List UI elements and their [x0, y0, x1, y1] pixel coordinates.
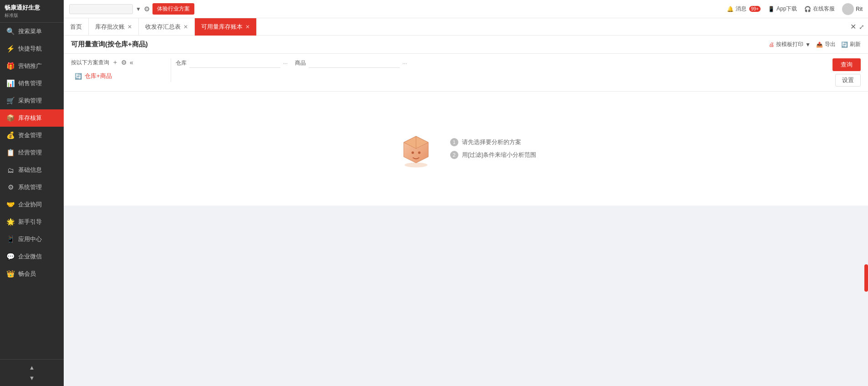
sidebar-item-member[interactable]: 👑畅会员 [0, 265, 64, 283]
scheme-item-warehouse-product[interactable]: 🔄 仓库+商品 [71, 70, 166, 82]
sidebar-item-appstore[interactable]: 📱应用中心 [0, 231, 64, 248]
refresh-btn[interactable]: 🔄 刷新 [841, 41, 861, 48]
tab-close-batch-account[interactable]: ✕ [127, 24, 132, 30]
user-profile[interactable]: Rit [842, 3, 863, 15]
tab-close-receive-summary[interactable]: ✕ [183, 24, 188, 30]
appstore-icon: 📱 [6, 235, 15, 243]
collapse-scheme-btn[interactable]: « [130, 59, 133, 66]
query-scheme-section: 按以下方案查询 ＋ ⚙ « 🔄 仓库+商品 [71, 58, 171, 82]
tab-bar: 首页库存批次账✕收发存汇总表✕可用量库存账本✕ ✕ ⤢ [64, 18, 868, 36]
sidebar-item-purchase[interactable]: 🛒采购管理 [0, 92, 64, 109]
sidebar-item-label: 资金管理 [18, 131, 42, 139]
sidebar-item-basic[interactable]: 🗂基础信息 [0, 161, 64, 179]
app-name: 畅康通好生意 [5, 4, 59, 12]
sidebar-scroll-up[interactable]: ▲ [0, 362, 64, 373]
tab-receive-summary[interactable]: 收发存汇总表✕ [139, 18, 195, 36]
sidebar-item-operation[interactable]: 📋经营管理 [0, 144, 64, 161]
sidebar-item-quick-nav[interactable]: ⚡快捷导航 [0, 40, 64, 57]
tab-label: 可用量库存账本 [201, 23, 243, 31]
sidebar-item-label: 企业微信 [18, 252, 42, 261]
sidebar-item-wechat[interactable]: 💬企业微信 [0, 248, 64, 265]
edit-scheme-btn[interactable]: ⚙ [121, 59, 127, 66]
warehouse-more-btn[interactable]: ··· [283, 60, 288, 67]
tab-home[interactable]: 首页 [64, 18, 89, 36]
notification-badge: 99+ [749, 6, 761, 12]
tab-bar-expand-btn[interactable]: ⤢ [859, 23, 864, 31]
query-panel: 按以下方案查询 ＋ ⚙ « 🔄 仓库+商品 仓库 ··· [64, 54, 868, 92]
sidebar-item-label: 基础信息 [18, 166, 42, 174]
search-icon: 🔍 [6, 27, 15, 36]
member-icon: 👑 [6, 270, 15, 278]
settings-btn[interactable]: 设置 [835, 74, 861, 87]
tab-label: 收发存汇总表 [145, 23, 181, 31]
wechat-icon: 💬 [6, 252, 15, 261]
bell-icon: 🔔 [727, 6, 734, 12]
tab-available-ledger[interactable]: 可用量库存账本✕ [195, 18, 257, 36]
sidebar: 畅康通好生意 标准版 🔍搜索菜单⚡快捷导航🎁营销推广📊销售管理🛒采购管理📦库存核… [0, 0, 64, 386]
tip-num-2: 2 [450, 151, 458, 159]
purchase-icon: 🛒 [6, 97, 15, 105]
industry-btn[interactable]: 体验行业方案 [152, 3, 194, 15]
sidebar-item-system[interactable]: ⚙系统管理 [0, 179, 64, 196]
sidebar-scroll: 🔍搜索菜单⚡快捷导航🎁营销推广📊销售管理🛒采购管理📦库存核算💰资金管理📋经营管理… [0, 23, 64, 359]
sidebar-item-label: 销售管理 [18, 79, 42, 87]
empty-tip-1: 1 请先选择要分析的方案 [450, 138, 536, 146]
tab-batch-account[interactable]: 库存批次账✕ [89, 18, 139, 36]
sales-icon: 📊 [6, 79, 15, 87]
right-scrollbar-hint[interactable] [864, 264, 868, 292]
sidebar-item-inventory[interactable]: 📦库存核算 [0, 109, 64, 127]
header-right: 🔔 消息 99+ 📱 App下载 🎧 在线客服 Rit [727, 3, 863, 15]
query-btn[interactable]: 查询 [832, 58, 861, 71]
sidebar-item-search[interactable]: 🔍搜索菜单 [0, 23, 64, 40]
customer-service-item[interactable]: 🎧 在线客服 [804, 5, 835, 13]
tab-bar-close-btn[interactable]: ✕ [850, 22, 856, 31]
empty-illustration [396, 128, 437, 169]
sidebar-scroll-down[interactable]: ▼ [0, 373, 64, 383]
tab-close-available-ledger[interactable]: ✕ [245, 24, 250, 30]
warehouse-field: 仓库 ··· [176, 58, 288, 68]
product-more-btn[interactable]: ··· [402, 60, 407, 67]
refresh-icon: 🔄 [841, 41, 848, 48]
export-btn[interactable]: 📤 导出 [816, 41, 836, 48]
print-label: 按模板打印 [776, 41, 803, 48]
export-label: 导出 [825, 41, 836, 48]
enterprise-icon: 🤝 [6, 201, 15, 209]
sidebar-item-marketing[interactable]: 🎁营销推广 [0, 57, 64, 75]
tab-bar-actions: ✕ ⤢ [850, 22, 868, 31]
tip-num-1: 1 [450, 138, 458, 146]
sidebar-item-enterprise[interactable]: 🤝企业协同 [0, 196, 64, 213]
print-dropdown-icon: ▼ [805, 41, 811, 48]
warehouse-input[interactable] [189, 58, 280, 68]
app-download-label: App下载 [777, 5, 797, 13]
header-search-input[interactable] [69, 4, 133, 14]
headset-icon: 🎧 [804, 6, 811, 12]
product-input[interactable] [309, 58, 400, 68]
sidebar-item-newbie[interactable]: 🌟新手引导 [0, 213, 64, 231]
sidebar-item-finance[interactable]: 💰资金管理 [0, 127, 64, 144]
app-download-item[interactable]: 📱 App下载 [768, 5, 797, 13]
finance-icon: 💰 [6, 131, 15, 139]
empty-tip-2: 2 用[过滤]条件来缩小分析范围 [450, 151, 536, 159]
header-gear-btn[interactable]: ⚙ [144, 5, 150, 13]
page-content: 可用量查询(按仓库+商品) 🖨 按模板打印 ▼ 📤 导出 🔄 刷新 [64, 36, 868, 386]
notification-item[interactable]: 🔔 消息 99+ [727, 5, 761, 13]
sidebar-item-label: 畅会员 [18, 270, 36, 278]
notification-label: 消息 [736, 5, 746, 13]
sidebar-item-label: 营销推广 [18, 62, 42, 70]
scheme-icon: 🔄 [75, 73, 82, 80]
empty-state-inner: 1 请先选择要分析的方案 2 用[过滤]条件来缩小分析范围 [396, 128, 536, 169]
svg-point-5 [405, 163, 427, 168]
product-label: 商品 [295, 59, 306, 67]
avatar [842, 3, 854, 15]
page-header: 可用量查询(按仓库+商品) 🖨 按模板打印 ▼ 📤 导出 🔄 刷新 [64, 36, 868, 54]
header-search-area: ▼ ⚙ 体验行业方案 [69, 3, 723, 15]
warehouse-label: 仓库 [176, 59, 187, 67]
print-btn[interactable]: 🖨 按模板打印 ▼ [769, 41, 811, 48]
header-dropdown-btn[interactable]: ▼ [136, 6, 141, 12]
add-scheme-btn[interactable]: ＋ [112, 58, 118, 67]
scheme-header-label: 按以下方案查询 [71, 59, 109, 67]
sidebar-item-sales[interactable]: 📊销售管理 [0, 75, 64, 92]
app-version: 标准版 [5, 12, 59, 19]
username: Rit [856, 6, 863, 12]
page-title: 可用量查询(按仓库+商品) [71, 40, 148, 49]
